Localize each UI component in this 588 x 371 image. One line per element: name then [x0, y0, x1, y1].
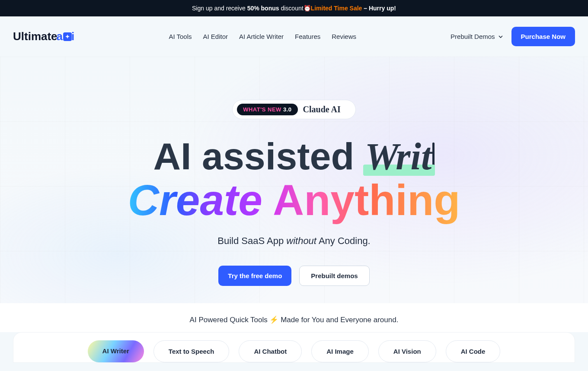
logo[interactable]: Ultimateai [13, 30, 74, 43]
hero-subtitle: Build SaaS App without Any Coding. [9, 235, 579, 247]
nav-ai-article-writer[interactable]: AI Article Writer [239, 33, 284, 40]
main-nav: AI Tools AI Editor AI Article Writer Fea… [169, 33, 356, 40]
subtitle-part1: Build SaaS App [217, 235, 286, 246]
logo-i: i [71, 30, 74, 43]
tab-ai-chatbot[interactable]: AI Chatbot [239, 340, 302, 362]
hero-heading-2: Create Anything [9, 178, 579, 222]
prebuilt-demos-button[interactable]: Prebuilt demos [299, 266, 369, 286]
logo-sparkle-icon [63, 32, 72, 41]
purchase-button[interactable]: Purchase Now [511, 27, 575, 46]
hero-section: WHAT'S NEW 3.0 Claude AI AI assisted Wri… [0, 57, 588, 303]
whats-new-badge: WHAT'S NEW 3.0 [237, 104, 297, 115]
site-header: Ultimateai AI Tools AI Editor AI Article… [0, 16, 588, 57]
whats-new-text: WHAT'S NEW [243, 106, 281, 113]
announcement-sale: Limited Time Sale [311, 5, 362, 12]
tools-tabs: AI Writer Text to Speech AI Chatbot AI I… [13, 332, 575, 363]
whats-new-caption: Claude AI [303, 105, 341, 114]
nav-ai-editor[interactable]: AI Editor [203, 33, 228, 40]
logo-a: a [57, 30, 63, 43]
nav-ai-tools[interactable]: AI Tools [169, 33, 192, 40]
tab-ai-vision[interactable]: AI Vision [378, 340, 436, 362]
tools-tagline: AI Powered Quick Tools ⚡ Made for You an… [0, 303, 588, 332]
logo-main: Ultimate [13, 30, 58, 43]
hero-h1-prefix: AI assisted [153, 135, 365, 178]
announcement-prefix: Sign up and receive [192, 5, 247, 12]
hero-h1-typed: Writ [365, 136, 435, 178]
tab-text-to-speech[interactable]: Text to Speech [153, 340, 230, 362]
whats-new-pill[interactable]: WHAT'S NEW 3.0 Claude AI [232, 100, 356, 119]
nav-features[interactable]: Features [295, 33, 320, 40]
announcement-bonus: 50% bonus [247, 5, 279, 12]
announcement-bar[interactable]: Sign up and receive 50% bonus discount⏰L… [0, 0, 588, 16]
hero-h2-create: Create [128, 176, 262, 224]
announcement-mid: discount⏰ [279, 5, 311, 12]
hero-heading-1: AI assisted Writ [9, 136, 579, 177]
nav-reviews[interactable]: Reviews [332, 33, 356, 40]
tab-ai-code[interactable]: AI Code [446, 340, 501, 362]
hero-buttons: Try the free demo Prebuilt demos [9, 266, 579, 286]
whats-new-version: 3.0 [281, 106, 292, 113]
subtitle-without: without [286, 235, 316, 246]
hero-h2-anything: Anything [262, 176, 460, 224]
try-demo-button[interactable]: Try the free demo [218, 266, 291, 286]
tab-ai-writer[interactable]: AI Writer [88, 340, 144, 362]
tab-ai-image[interactable]: AI Image [311, 340, 369, 362]
prebuilt-demos-label: Prebuilt Demos [451, 33, 495, 40]
chevron-down-icon [499, 35, 503, 39]
header-actions: Prebuilt Demos Purchase Now [451, 27, 575, 46]
subtitle-part2: Any Coding. [316, 235, 371, 246]
prebuilt-demos-dropdown[interactable]: Prebuilt Demos [451, 33, 503, 40]
announcement-suffix: – Hurry up! [362, 5, 396, 12]
